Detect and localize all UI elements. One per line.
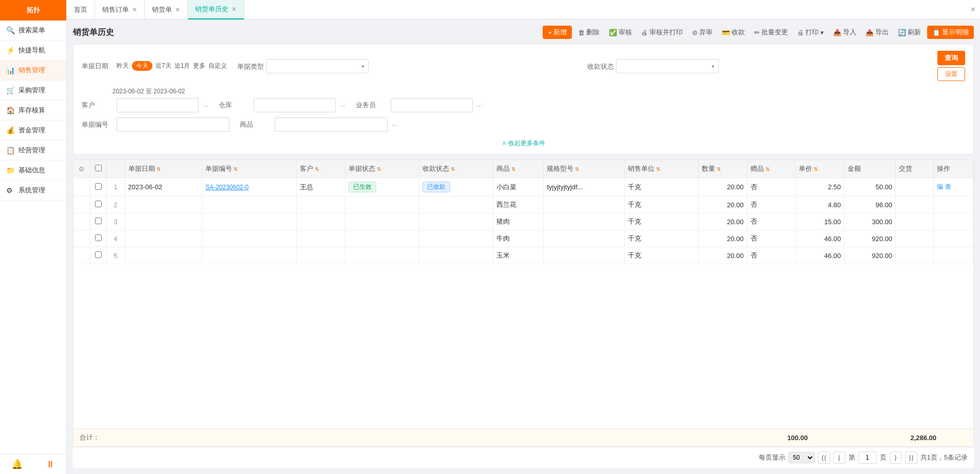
staff-ellipsis[interactable]: ··· xyxy=(477,102,483,109)
quantity-column-header[interactable]: 数量⇅ xyxy=(698,160,747,178)
row-doc-date-4 xyxy=(125,247,202,264)
sidebar-item-purchase-mgmt[interactable]: 🛒 采购管理 xyxy=(0,81,66,101)
tabs-close-all[interactable]: ✕ xyxy=(970,6,980,13)
product-column-header[interactable]: 商品⇅ xyxy=(493,160,544,178)
first-page-button[interactable]: ⟨⟨ xyxy=(818,451,830,464)
delete-icon: 🗑 xyxy=(578,29,585,36)
sidebar-item-label: 系统管理 xyxy=(18,186,45,195)
row-checkbox-3[interactable] xyxy=(90,230,106,247)
row-gear-3[interactable] xyxy=(73,230,90,247)
sidebar-item-sys-mgmt[interactable]: ⚙ 系统管理 xyxy=(0,181,66,201)
prev-page-button[interactable]: ⟨ xyxy=(833,451,846,464)
row-doc-no-0[interactable]: SA-20230602-0 xyxy=(202,178,297,196)
product-filter-input[interactable] xyxy=(275,117,388,132)
sidebar-item-label: 经营管理 xyxy=(18,146,45,155)
row-doc-no-2[interactable] xyxy=(202,213,297,230)
gear-column-header[interactable]: ⚙ xyxy=(73,160,90,178)
row-gear-2[interactable] xyxy=(73,213,90,230)
shortcut-yesterday[interactable]: 昨天 xyxy=(117,62,129,70)
sidebar-item-sales-mgmt[interactable]: 📊 销售管理 xyxy=(0,61,66,81)
new-button[interactable]: + 新增 xyxy=(543,26,572,39)
warehouse-ellipsis[interactable]: ··· xyxy=(340,102,345,109)
customer-input[interactable] xyxy=(117,98,199,112)
row-gear-1[interactable] xyxy=(73,196,90,213)
last-page-button[interactable]: ⟩⟩ xyxy=(905,451,917,464)
row-spec-4 xyxy=(544,247,624,264)
import-button[interactable]: 📥 导入 xyxy=(830,26,859,38)
print-button[interactable]: 🖨 打印 ▾ xyxy=(794,26,827,38)
shortcut-custom[interactable]: 自定义 xyxy=(208,62,227,70)
next-page-button[interactable]: ⟩ xyxy=(890,451,902,464)
page-number-input[interactable] xyxy=(858,451,877,464)
audit-print-button[interactable]: 🖨 审核并打印 xyxy=(638,26,686,38)
sales-unit-column-header[interactable]: 销售单位⇅ xyxy=(624,160,698,178)
shortcut-1month[interactable]: 近1月 xyxy=(175,62,190,70)
unit-price-sort-icon: ⇅ xyxy=(814,166,818,172)
tab-delivery-close[interactable]: ✕ xyxy=(175,6,180,13)
row-checkbox-1[interactable] xyxy=(90,196,106,213)
tab-sales-order[interactable]: 销售订单 ✕ xyxy=(95,0,145,19)
row-gear-4[interactable] xyxy=(73,247,90,264)
tab-delivery[interactable]: 销货单 ✕ xyxy=(145,0,188,19)
sales-unit-sort-icon: ⇅ xyxy=(656,166,660,172)
show-detail-button[interactable]: 📋 显示明细 xyxy=(927,26,974,39)
row-checkbox-4[interactable] xyxy=(90,247,106,264)
tab-delivery-history[interactable]: 销货单历史 ✕ xyxy=(188,0,244,19)
shortcut-7days[interactable]: 近7天 xyxy=(156,62,171,70)
row-doc-no-4[interactable] xyxy=(202,247,297,264)
discard-button[interactable]: ⊘ 弃审 xyxy=(689,26,716,38)
doc-type-select[interactable] xyxy=(266,59,369,73)
delete-button[interactable]: 🗑 删除 xyxy=(575,26,603,38)
shortcut-today[interactable]: 今天 xyxy=(132,61,152,71)
customer-column-header[interactable]: 客户⇅ xyxy=(297,160,345,178)
warehouse-input[interactable] xyxy=(254,98,336,112)
tab-home[interactable]: 首页 xyxy=(67,0,95,19)
row-doc-date-0: 2023-06-02 xyxy=(125,178,202,196)
date-range-text: 2023-06-02 至 2023-06-02 xyxy=(112,87,185,96)
page-size-select[interactable]: 50 100 200 xyxy=(789,452,815,463)
staff-input[interactable] xyxy=(391,98,473,112)
table-scroll: ⚙ 单据日期⇅ 单据编号⇅ 客 xyxy=(73,160,973,428)
select-all-checkbox[interactable] xyxy=(95,165,102,171)
notification-icon[interactable]: 🔔 xyxy=(11,459,23,470)
row-gear-0[interactable] xyxy=(73,178,90,196)
payment-status-select[interactable] xyxy=(616,59,719,73)
sidebar-item-search-menu[interactable]: 🔍 搜索菜单 xyxy=(0,21,66,41)
settings-button[interactable]: 设置 xyxy=(937,67,965,81)
row-doc-no-1[interactable] xyxy=(202,196,297,213)
export-button[interactable]: 📤 导出 xyxy=(862,26,892,38)
pause-icon[interactable]: ⏸ xyxy=(46,459,55,470)
sidebar-item-inventory[interactable]: 🏠 库存核算 xyxy=(0,101,66,121)
filter-staff: 业务员 ··· xyxy=(356,98,483,112)
collapse-btn[interactable]: ∧ 收起更多条件 xyxy=(82,137,965,148)
filter-warehouse: 仓库 ··· xyxy=(219,98,345,112)
sidebar-item-operations[interactable]: 📋 经营管理 xyxy=(0,141,66,161)
audit-button[interactable]: ✅ 审核 xyxy=(606,26,635,38)
product-ellipsis[interactable]: ··· xyxy=(392,121,397,129)
doc-number-input[interactable] xyxy=(117,117,229,132)
query-button[interactable]: 查询 xyxy=(937,51,965,65)
sidebar-item-quick-nav[interactable]: ⚡ 快捷导航 xyxy=(0,41,66,61)
sidebar-item-basic-info[interactable]: 📁 基础信息 xyxy=(0,161,66,181)
doc-no-column-header[interactable]: 单据编号⇅ xyxy=(202,160,297,178)
doc-status-column-header[interactable]: 单据状态⇅ xyxy=(345,160,419,178)
tab-delivery-history-close[interactable]: ✕ xyxy=(232,6,237,13)
unit-price-column-header[interactable]: 单价⇅ xyxy=(796,160,844,178)
quantity-total: 100.00 xyxy=(787,434,808,442)
collect-button[interactable]: 💳 收款 xyxy=(719,26,748,38)
spec-column-header[interactable]: 规格型号⇅ xyxy=(544,160,624,178)
tab-sales-order-close[interactable]: ✕ xyxy=(132,6,137,13)
row-checkbox-2[interactable] xyxy=(90,213,106,230)
row-product-2: 猪肉 xyxy=(493,213,544,230)
payment-status-column-header[interactable]: 收款状态⇅ xyxy=(419,160,493,178)
doc-date-column-header[interactable]: 单据日期⇅ xyxy=(125,160,202,178)
gift-column-header[interactable]: 赠品⇅ xyxy=(747,160,796,178)
shortcut-more[interactable]: 更多 xyxy=(193,62,205,70)
row-quantity-3: 20.00 xyxy=(698,230,747,247)
row-doc-no-3[interactable] xyxy=(202,230,297,247)
refresh-button[interactable]: 🔄 刷新 xyxy=(895,26,924,38)
batch-change-button[interactable]: ✏ 批量变更 xyxy=(751,26,791,38)
row-checkbox-0[interactable] xyxy=(90,178,106,196)
sidebar-item-finance[interactable]: 💰 资金管理 xyxy=(0,121,66,141)
customer-ellipsis[interactable]: ··· xyxy=(203,102,208,109)
